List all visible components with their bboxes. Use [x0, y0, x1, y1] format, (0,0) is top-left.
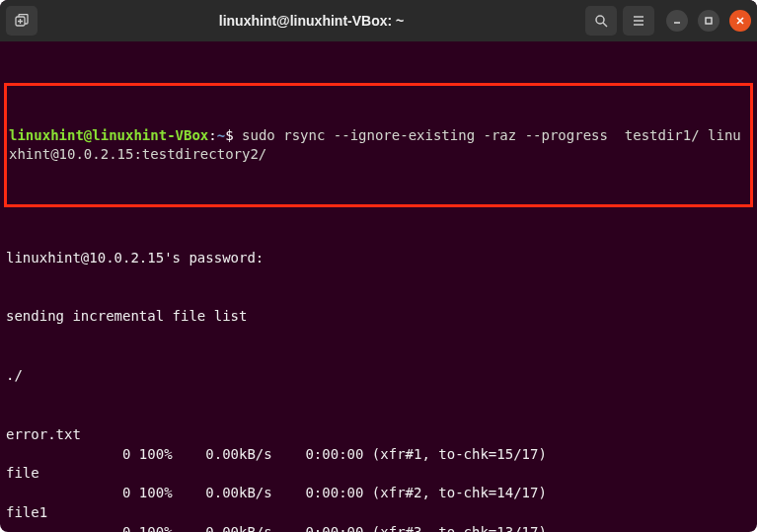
file-list: error.txt 0 100% 0.00kB/s 0:00:00 (xfr#1… [6, 425, 751, 532]
svg-rect-9 [706, 18, 712, 24]
new-tab-button[interactable] [6, 6, 38, 36]
terminal-body[interactable]: linuxhint@linuxhint-VBox:~$ sudo rsync -… [0, 41, 757, 532]
terminal-window: linuxhint@linuxhint-VBox: ~ [0, 0, 757, 532]
prompt-colon: : [208, 127, 216, 143]
titlebar: linuxhint@linuxhint-VBox: ~ [0, 0, 757, 41]
menu-button[interactable] [623, 6, 654, 36]
prompt-user: linuxhint [9, 127, 84, 143]
minimize-icon [672, 16, 682, 26]
window-title: linuxhint@linuxhint-VBox: ~ [43, 13, 579, 29]
progress-line: 0 100% 0.00kB/s 0:00:00 (xfr#2, to-chk=1… [6, 484, 751, 503]
password-prompt: linuxhint@10.0.2.15's password: [6, 249, 751, 268]
svg-point-3 [596, 16, 604, 24]
minimize-button[interactable] [666, 10, 688, 32]
search-button[interactable] [585, 6, 617, 36]
svg-line-4 [603, 23, 607, 27]
new-tab-icon [15, 14, 29, 28]
window-controls [666, 10, 751, 32]
prompt-line: linuxhint@linuxhint-VBox:~$ sudo rsync -… [9, 126, 748, 166]
progress-line: 0 100% 0.00kB/s 0:00:00 (xfr#1, to-chk=1… [6, 445, 751, 465]
prompt-path: ~ [217, 127, 225, 143]
close-button[interactable] [729, 10, 751, 32]
output-line: ./ [6, 366, 751, 386]
maximize-button[interactable] [698, 10, 719, 32]
list-item: file [6, 464, 751, 484]
command-highlight: linuxhint@linuxhint-VBox:~$ sudo rsync -… [4, 83, 753, 207]
hamburger-menu-icon [632, 14, 645, 28]
search-icon [594, 14, 608, 28]
maximize-icon [704, 16, 714, 26]
prompt-host: linuxhint-VBox [92, 127, 208, 143]
prompt-symbol: $ [225, 127, 233, 143]
output-line: sending incremental file list [6, 307, 751, 327]
close-icon [735, 16, 745, 26]
list-item: file1 [6, 503, 751, 523]
list-item: error.txt [6, 425, 751, 445]
progress-line: 0 100% 0.00kB/s 0:00:00 (xfr#3, to-chk=1… [6, 523, 751, 532]
